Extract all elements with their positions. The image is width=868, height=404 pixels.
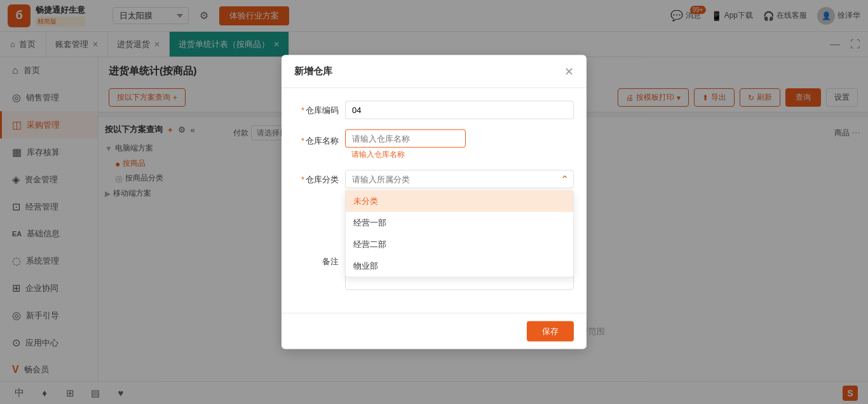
name-label: 仓库名称 bbox=[294, 131, 345, 146]
warehouse-code-input[interactable] bbox=[345, 101, 574, 119]
category-label: 仓库分类 bbox=[294, 170, 345, 185]
dropdown-item-unclassified[interactable]: 未分类 bbox=[346, 191, 573, 212]
category-select-wrap: ⌃ 未分类 经营一部 经营二部 物业部 bbox=[345, 170, 574, 189]
dropdown-item-operations1[interactable]: 经营一部 bbox=[346, 212, 573, 234]
modal-footer: 保存 bbox=[281, 313, 587, 349]
save-button[interactable]: 保存 bbox=[527, 321, 574, 342]
modal-title: 新增仓库 bbox=[294, 65, 332, 77]
remark-label: 备注 bbox=[294, 252, 345, 267]
dropdown-item-property[interactable]: 物业部 bbox=[346, 255, 573, 277]
modal-close-button[interactable]: ✕ bbox=[564, 65, 574, 77]
warehouse-code-row: 仓库编码 bbox=[294, 101, 574, 119]
warehouse-category-row: 仓库分类 ⌃ 未分类 经营一部 经营二部 物业部 bbox=[294, 170, 574, 189]
modal-body: 仓库编码 仓库名称 请输入仓库名称 仓库分类 ⌃ 未分类 经营一部 经营二部 bbox=[281, 88, 587, 313]
code-label: 仓库编码 bbox=[294, 101, 345, 116]
new-warehouse-modal: 新增仓库 ✕ 仓库编码 仓库名称 请输入仓库名称 仓库分类 ⌃ 未分类 bbox=[281, 55, 587, 349]
dropdown-item-operations2[interactable]: 经营二部 bbox=[346, 234, 573, 255]
warehouse-name-row: 仓库名称 请输入仓库名称 bbox=[294, 130, 574, 160]
warehouse-name-input[interactable] bbox=[345, 130, 466, 148]
category-input[interactable] bbox=[345, 170, 574, 189]
modal-header: 新增仓库 ✕ bbox=[281, 55, 587, 88]
category-dropdown: 未分类 经营一部 经营二部 物业部 bbox=[345, 190, 574, 278]
name-error-message: 请输入仓库名称 bbox=[351, 149, 405, 160]
